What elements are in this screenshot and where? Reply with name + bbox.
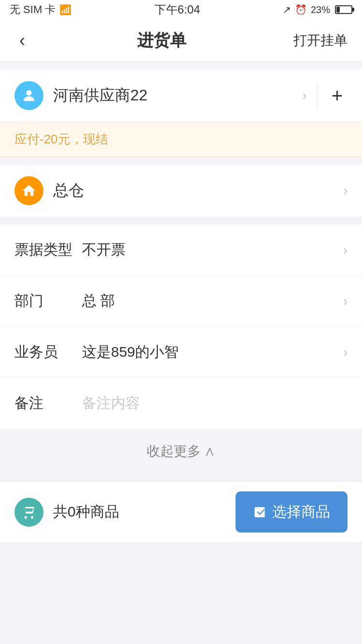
salesman-row[interactable]: 业务员 这是859的小智 ›	[0, 327, 362, 378]
select-product-button[interactable]: 选择商品	[236, 491, 348, 532]
select-product-label: 选择商品	[272, 502, 330, 522]
warehouse-row[interactable]: 总仓 ›	[0, 165, 362, 217]
wifi-icon: 📶	[59, 4, 71, 15]
person-icon	[21, 87, 37, 104]
open-pending-button[interactable]: 打开挂单	[293, 31, 348, 50]
bottom-bar: 共0种商品 选择商品	[0, 482, 362, 542]
invoice-value: 不开票	[72, 240, 343, 260]
product-count-label: 共0种商品	[53, 502, 236, 522]
product-icon-wrap	[14, 498, 43, 527]
supplier-section: 河南供应商22 › + 应付-20元，现结	[0, 70, 362, 157]
gray-area	[0, 542, 362, 644]
content: 河南供应商22 › + 应付-20元，现结 总仓 › 票据类型 不开票 › 部门…	[0, 70, 362, 644]
salesman-label: 业务员	[14, 342, 72, 362]
page-title: 进货单	[137, 29, 186, 52]
carrier-label: 无 SIM 卡	[10, 2, 56, 17]
warning-bar: 应付-20元，现结	[0, 122, 362, 157]
collapse-label: 收起更多 ∧	[147, 442, 216, 461]
alarm-icon: ⏰	[295, 4, 307, 15]
warehouse-icon-wrap	[14, 176, 43, 205]
warehouse-chevron-icon: ›	[343, 183, 348, 198]
nav-bar: ‹ 进货单 打开挂单	[0, 19, 362, 62]
supplier-name: 河南供应商22	[53, 85, 302, 106]
supplier-row[interactable]: 河南供应商22 › +	[0, 70, 362, 122]
salesman-value: 这是859的小智	[72, 342, 343, 362]
department-row[interactable]: 部门 总 部 ›	[0, 276, 362, 327]
status-left: 无 SIM 卡 📶	[10, 2, 71, 17]
battery-icon	[335, 5, 352, 14]
add-supplier-button[interactable]: +	[327, 85, 348, 107]
invoice-chevron-icon: ›	[343, 242, 348, 258]
divider	[317, 84, 317, 108]
remark-label: 备注	[14, 393, 72, 413]
back-button[interactable]: ‹	[14, 26, 30, 56]
product-icon	[21, 504, 37, 520]
battery-percent: 23%	[311, 4, 330, 15]
status-right: ↗ ⏰ 23%	[283, 4, 352, 15]
department-value: 总 部	[72, 291, 343, 311]
supplier-avatar	[14, 81, 43, 110]
warehouse-label: 总仓	[53, 180, 343, 201]
location-icon: ↗	[283, 4, 291, 15]
warning-text: 应付-20元，现结	[14, 132, 108, 146]
select-product-icon	[253, 505, 266, 519]
department-label: 部门	[14, 291, 72, 311]
invoice-label: 票据类型	[14, 240, 72, 260]
invoice-row[interactable]: 票据类型 不开票 ›	[0, 224, 362, 276]
supplier-arrow-icon: ›	[302, 88, 306, 103]
remark-row[interactable]: 备注 备注内容	[0, 378, 362, 429]
collapse-button[interactable]: 收起更多 ∧	[0, 429, 362, 474]
time-label: 下午6:04	[154, 2, 200, 17]
remark-placeholder: 备注内容	[72, 393, 348, 413]
salesman-chevron-icon: ›	[343, 345, 348, 360]
department-chevron-icon: ›	[343, 294, 348, 309]
warehouse-icon	[21, 183, 37, 198]
form-section: 票据类型 不开票 › 部门 总 部 › 业务员 这是859的小智 › 备注 备注…	[0, 224, 362, 429]
status-bar: 无 SIM 卡 📶 下午6:04 ↗ ⏰ 23%	[0, 0, 362, 19]
svg-point-0	[26, 90, 31, 96]
